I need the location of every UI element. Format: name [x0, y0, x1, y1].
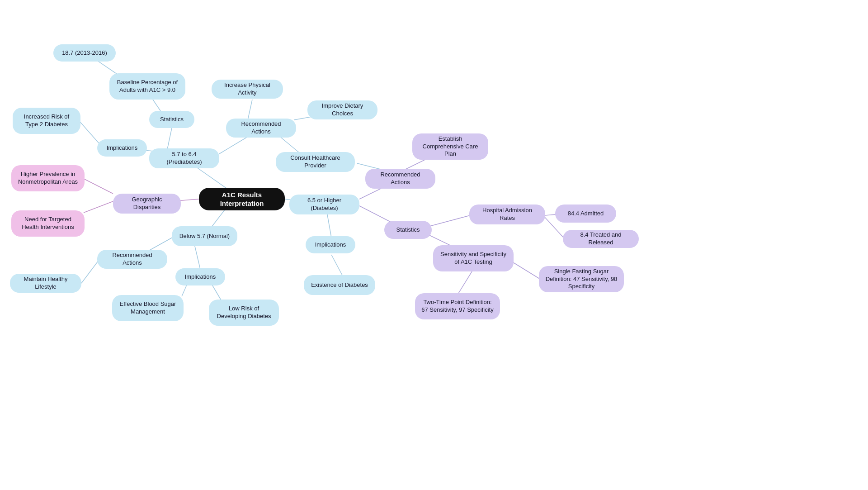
- geo-disparities-node: Geographic Disparities: [113, 194, 181, 214]
- recommended-pre-node: Recommended Actions: [226, 119, 296, 138]
- higher-prevalence-node: Higher Prevalence in Nonmetropolitan Are…: [11, 165, 85, 191]
- prediabetes-node: 5.7 to 6.4 (Prediabetes): [149, 148, 219, 168]
- sensitivity-spec-node: Sensitivity and Specificity of A1C Testi…: [433, 245, 514, 271]
- implications-diab-node: Implications: [306, 236, 355, 253]
- treated-released-node: 8.4 Treated and Released: [563, 230, 639, 248]
- maintain-healthy-node: Maintain Healthy Lifestyle: [10, 274, 81, 293]
- single-fasting-node: Single Fasting Sugar Definition: 47 Sens…: [539, 266, 624, 292]
- low-risk-node: Low Risk of Developing Diabetes: [209, 300, 279, 326]
- increase-physical-node: Increase Physical Activity: [212, 80, 283, 99]
- need-targeted-node: Need for Targeted Health Interventions: [11, 210, 85, 237]
- svg-line-29: [458, 269, 473, 294]
- recommended-normal-node: Recommended Actions: [97, 250, 167, 269]
- svg-line-27: [545, 214, 556, 215]
- normal-node: Below 5.7 (Normal): [172, 226, 237, 246]
- center-node: A1C Results Interpretation: [199, 188, 285, 210]
- svg-line-17: [81, 259, 99, 283]
- svg-line-7: [153, 100, 160, 111]
- svg-line-30: [513, 262, 540, 279]
- consult-node: Consult Healthcare Provider: [276, 152, 355, 172]
- implications-pre-node: Implications: [97, 139, 147, 157]
- svg-line-4: [167, 128, 172, 149]
- effective-blood-node: Effective Blood Sugar Management: [112, 295, 184, 321]
- statistics-pre-node: Statistics: [149, 111, 194, 128]
- svg-line-25: [429, 215, 470, 226]
- svg-line-16: [194, 244, 200, 269]
- baseline-pct-node: Baseline Percentage of Adults with A1C >…: [109, 73, 185, 100]
- increased-risk-node: Increased Risk of Type 2 Diabetes: [13, 108, 80, 134]
- svg-line-14: [84, 201, 113, 213]
- svg-line-13: [84, 179, 113, 194]
- existence-diabetes-node: Existence of Diabetes: [304, 275, 375, 295]
- establish-care-node: Establish Comprehensive Care Plan: [412, 133, 488, 160]
- svg-line-9: [79, 121, 99, 144]
- hospital-admission-node: Hospital Admission Rates: [469, 205, 545, 224]
- admitted-84-node: 84.4 Admitted: [555, 205, 616, 223]
- implications-normal-node: Implications: [175, 268, 225, 285]
- diabetes-node: 6.5 or Higher (Diabetes): [289, 195, 359, 214]
- svg-line-23: [331, 255, 343, 276]
- value-18-7-node: 18.7 (2013-2016): [53, 44, 116, 62]
- two-time-node: Two-Time Point Definition: 67 Sensitivit…: [415, 293, 500, 319]
- improve-dietary-node: Improve Dietary Choices: [307, 100, 377, 119]
- recommended-diab-node: Recommended Actions: [365, 169, 435, 189]
- svg-line-10: [248, 100, 252, 120]
- statistics-diab-node: Statistics: [384, 221, 432, 239]
